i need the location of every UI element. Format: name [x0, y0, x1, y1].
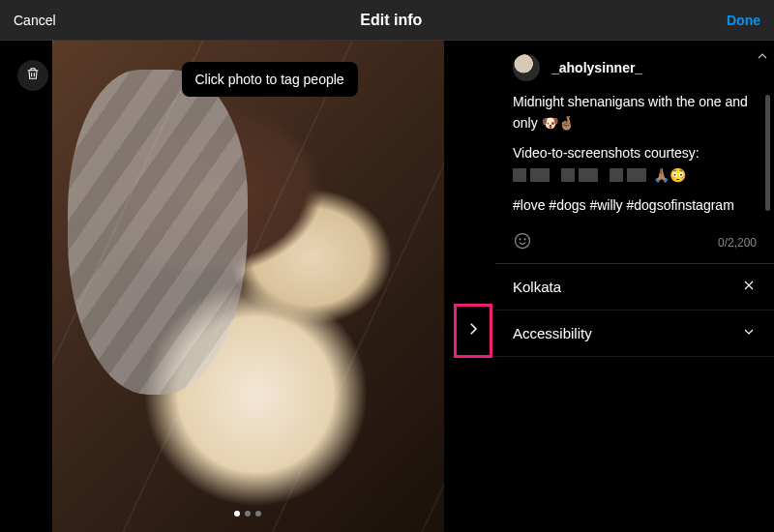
next-photo-button[interactable] — [454, 304, 492, 358]
chevron-right-icon — [464, 320, 482, 341]
delete-photo-button[interactable] — [17, 60, 48, 91]
caption-line: Midnight shenanigans with the one and on… — [513, 91, 753, 134]
emoji-picker-button[interactable] — [513, 231, 532, 253]
carousel-dot[interactable] — [245, 511, 251, 517]
dialog-body: Click photo to tag people _aholysinner_ — [0, 41, 774, 532]
dialog-title: Edit info — [360, 12, 422, 29]
svg-point-1 — [520, 239, 521, 240]
photo-column: Click photo to tag people — [0, 41, 495, 532]
carousel-dots — [234, 511, 261, 517]
photo-preview[interactable]: Click photo to tag people — [52, 41, 444, 532]
avatar — [513, 54, 540, 81]
accessibility-row[interactable]: Accessibility — [495, 310, 774, 357]
carousel-dot[interactable] — [255, 511, 261, 517]
done-button[interactable]: Done — [727, 13, 760, 28]
caption-hashtags: #love #dogs #willy #dogsofinstagram — [513, 194, 753, 216]
scroll-up-arrow[interactable] — [755, 48, 770, 68]
edit-info-dialog: Cancel Edit info Done Click photo to tag… — [0, 0, 774, 532]
location-label: Kolkata — [513, 279, 561, 295]
tag-people-tooltip: Click photo to tag people — [182, 62, 358, 97]
char-counter: 0/2,200 — [718, 236, 757, 250]
dialog-header: Cancel Edit info Done — [0, 0, 774, 41]
username: _aholysinner_ — [551, 60, 642, 75]
cancel-button[interactable]: Cancel — [14, 13, 56, 28]
svg-point-0 — [516, 234, 530, 249]
location-row[interactable]: Kolkata — [495, 264, 774, 310]
edit-panel: _aholysinner_ Midnight shenanigans with … — [495, 41, 774, 532]
chevron-down-icon — [741, 324, 757, 342]
scrollbar-thumb[interactable] — [765, 95, 770, 211]
carousel-dot[interactable] — [234, 511, 240, 517]
svg-point-2 — [524, 239, 525, 240]
close-icon[interactable] — [741, 278, 757, 296]
trash-icon — [25, 66, 41, 85]
caption-line: Video-to-screenshots courtesy: 🙏🏽😳 — [513, 142, 753, 187]
caption-footer: 0/2,200 — [495, 227, 774, 264]
caption-input[interactable]: Midnight shenanigans with the one and on… — [495, 89, 774, 227]
user-row: _aholysinner_ — [495, 41, 774, 89]
accessibility-label: Accessibility — [513, 325, 592, 341]
